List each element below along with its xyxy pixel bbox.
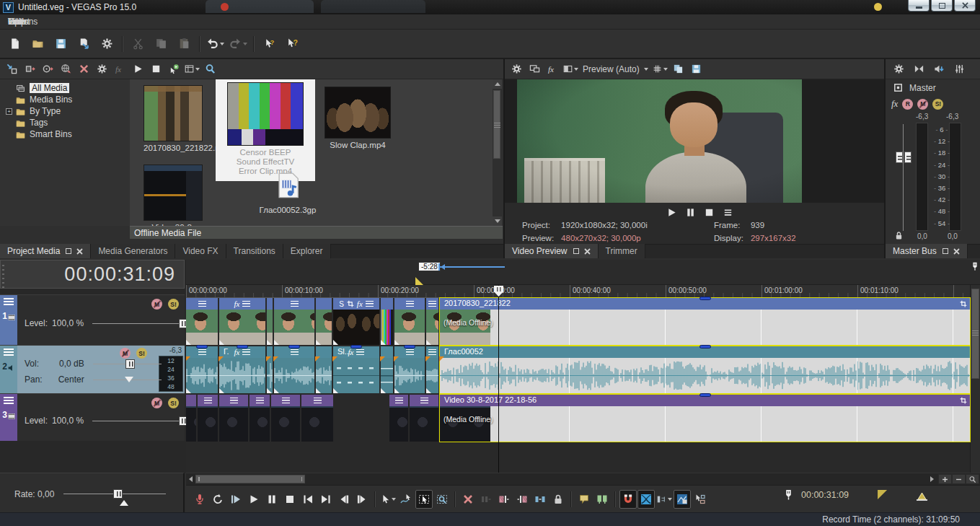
timeline-event-20170830-221822[interactable]: 20170830_221822(Media Offline) [440,298,970,345]
tab-close-icon[interactable] [953,248,960,255]
fade-handle-icon[interactable] [218,356,224,361]
tab-close-icon[interactable] [76,248,83,255]
auto-crossfade-button[interactable] [637,490,655,509]
close-button[interactable] [954,0,976,12]
selection-edit-tool-button[interactable] [415,490,433,509]
normal-edit-tool-button[interactable] [379,490,397,509]
event-menu-icon[interactable] [198,301,206,307]
event-menu-icon[interactable] [428,301,436,307]
fader-handle-left[interactable] [896,152,903,163]
track-header-2[interactable]: 2 M S! -6,3 12243648 Vol: 0,0 dB Pan: Ce… [0,345,185,393]
scrollbar-thumb[interactable] [195,475,305,483]
tab-maximize-icon[interactable] [573,248,579,254]
mixing-console-button[interactable] [950,61,968,78]
timeline-event[interactable] [274,346,314,393]
grid-overlay-button[interactable] [652,61,668,77]
trim-start-button[interactable] [495,490,513,509]
event-menu-icon[interactable] [366,301,374,307]
play-button[interactable] [245,490,262,509]
timeline-event[interactable] [316,298,332,345]
tab-project-media[interactable]: Project Media [0,244,91,258]
lock-event-button[interactable] [549,490,567,509]
zoom-out-timeline-button[interactable] [952,474,966,484]
interactive-tutorials-button[interactable]: ? [258,33,280,55]
maximize-button[interactable] [931,0,953,12]
dropdown-caret-icon[interactable] [195,68,200,71]
level-slider[interactable] [92,319,190,328]
event-menu-icon[interactable] [242,349,250,355]
external-monitor-button[interactable] [526,61,543,77]
copy-snapshot-button[interactable] [670,61,687,77]
tree-item-by-type[interactable]: +By Type [0,105,130,117]
tree-item-media-bins[interactable]: Media Bins [0,94,130,105]
timeline-event[interactable] [274,298,314,345]
vol-value[interactable]: 0,0 dB [59,359,84,369]
scroll-down-icon[interactable] [493,216,502,226]
play-from-start-button[interactable] [227,490,244,509]
rate-center-marker[interactable] [120,500,128,506]
timeline-horizontal-scrollbar[interactable] [186,473,980,485]
previous-frame-button[interactable] [335,490,353,509]
stop-button[interactable] [281,490,299,509]
timeline-event[interactable] [410,395,438,442]
dropdown-caret-icon[interactable] [668,498,672,501]
event-menu-icon[interactable] [406,301,414,307]
timeline-event[interactable]: fx [219,298,265,345]
tab-explorer[interactable]: Explorer [283,244,331,258]
event-menu-icon[interactable] [230,398,238,403]
timeline-event[interactable] [250,395,270,442]
media-item-20170830-221822-mp4[interactable]: 20170830_221822.mp4 [136,84,211,154]
downmix-output-button[interactable] [930,61,948,78]
tab-close-icon[interactable] [584,248,591,255]
publish-project-button[interactable] [73,33,94,55]
timeline-event[interactable] [426,346,438,393]
pan-value[interactable]: Center [58,374,84,385]
dropdown-caret-icon[interactable] [392,498,396,501]
go-to-end-button[interactable] [317,490,335,509]
timeline-event[interactable] [426,298,438,345]
tab-video-preview[interactable]: Video Preview [505,244,599,258]
timeline-event-глас00052[interactable]: Глас00052 [440,346,970,393]
timeline-event[interactable] [381,298,393,345]
zoom-in-timeline-button[interactable] [938,474,952,484]
tree-item-smart-bins[interactable]: Smart Bins [0,128,130,140]
fade-handle-icon[interactable] [266,356,271,361]
minimize-button[interactable] [908,0,930,12]
event-menu-icon[interactable] [204,398,212,403]
tab-media-generators[interactable]: Media Generators [91,244,175,258]
timeline-events-area[interactable]: -5:28 00:00:00:0000:00:10:0000:00:20:000… [186,260,980,473]
delete-button[interactable] [459,490,477,509]
menu-help[interactable]: Help [0,15,34,28]
timeline-event[interactable] [394,346,425,393]
tab-transitions[interactable]: Transitions [226,244,283,258]
new-project-button[interactable] [4,33,25,55]
media-properties-button[interactable] [94,61,110,77]
envelope-edit-tool-button[interactable] [397,490,415,509]
undo-button[interactable] [204,33,226,55]
master-properties-button[interactable] [889,61,908,78]
insert-bus-button[interactable] [909,61,928,78]
timeline-event[interactable] [271,395,300,442]
dropdown-caret-icon[interactable] [574,68,578,71]
zoom-edit-tool-button[interactable] [433,490,451,509]
timeline-event[interactable] [301,395,333,442]
remove-media-button[interactable] [76,61,92,77]
capture-video-button[interactable] [22,61,38,77]
preview-pause-button[interactable] [681,204,699,220]
go-to-start-button[interactable] [299,490,317,509]
timeline-event[interactable] [186,395,196,442]
master-fader-track[interactable] [903,124,904,231]
slip-trim-button[interactable] [531,490,549,509]
open-project-button[interactable] [27,33,48,55]
scroll-up-icon[interactable] [493,79,502,89]
search-media-button[interactable] [202,61,218,77]
master-fx-button[interactable]: fx [891,98,898,110]
event-menu-icon[interactable] [356,349,364,355]
media-preview-stop-button[interactable] [148,61,164,77]
fade-handle-icon[interactable] [273,356,278,361]
timeline-event-video-30-8-2017-22-18-56[interactable]: Video 30-8-2017 22-18-56(Media Offline) [440,395,970,442]
fade-handle-icon[interactable] [394,356,399,361]
pan-slider[interactable] [93,375,162,385]
level-slider[interactable] [92,416,190,426]
timeline-event[interactable] [316,346,332,393]
